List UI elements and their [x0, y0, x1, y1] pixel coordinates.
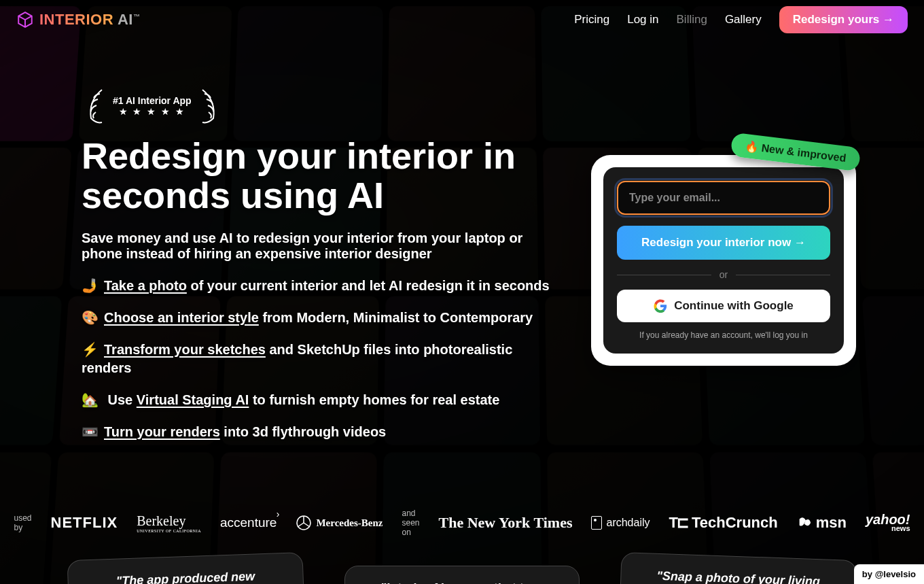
feature-take-photo: 🤳Take a photo of your current interior a… — [82, 277, 557, 295]
award-badge: #1 AI Interior App ★ ★ ★ ★ ★ — [82, 87, 223, 125]
house-icon: 🏡 — [82, 392, 99, 407]
laurel-right-icon — [196, 87, 223, 125]
subheadline: Save money and use AI to redesign your i… — [82, 230, 557, 262]
or-divider: or — [617, 269, 830, 280]
archdaily-icon — [591, 516, 602, 530]
nav-billing[interactable]: Billing — [677, 13, 707, 27]
logo-strip: used by NETFLIX Berkeley UNIVERSITY OF C… — [0, 509, 924, 537]
nav-pricing[interactable]: Pricing — [574, 13, 609, 27]
virtual-staging-link[interactable]: Virtual Staging AI — [137, 392, 249, 407]
turn-renders-link[interactable]: Turn your renders — [104, 424, 220, 439]
brand-archdaily: archdaily — [591, 516, 650, 530]
google-icon — [654, 299, 667, 313]
logo-link[interactable]: INTERIOR AI™ — [16, 11, 140, 29]
brand-accenture: accenture› — [220, 515, 277, 530]
nav-right: Pricing Log in Billing Gallery Redesign … — [574, 6, 908, 33]
brand-netflix: NETFLIX — [51, 514, 118, 532]
fine-print: If you already have an account, we'll lo… — [617, 330, 830, 340]
logo-text: INTERIOR AI™ — [39, 11, 140, 29]
selfie-icon: 🤳 — [82, 278, 99, 293]
palette-icon: 🎨 — [82, 310, 99, 325]
badge-stars: ★ ★ ★ ★ ★ — [113, 106, 192, 117]
mercedes-icon — [296, 515, 312, 531]
nav-gallery[interactable]: Gallery — [725, 13, 762, 27]
top-nav: INTERIOR AI™ Pricing Log in Billing Gall… — [0, 0, 924, 39]
used-by-label: used by — [14, 513, 32, 532]
testimonial-3: "Snap a photo of your living room, — [620, 552, 857, 584]
brand-techcrunch: T⊏ TechCrunch — [669, 514, 778, 532]
credit-link[interactable]: by @levelsio — [854, 564, 924, 584]
feature-choose-style: 🎨Choose an interior style from Modern, M… — [82, 309, 557, 327]
laurel-left-icon — [82, 87, 109, 125]
feature-virtual-staging: 🏡 Use Virtual Staging AI to furnish empt… — [82, 391, 557, 409]
brand-msn: msn — [797, 514, 847, 532]
headline: Redesign your interior in seconds using … — [82, 136, 564, 216]
nav-login[interactable]: Log in — [627, 13, 658, 27]
signup-card: 🔥 New & improved Redesign your interior … — [591, 155, 856, 455]
brand-mercedes: Mercedes-Benz — [296, 515, 383, 531]
badge-title: #1 AI Interior App — [113, 95, 192, 106]
feature-turn-renders: 📼Turn your renders into 3d flythrough vi… — [82, 423, 557, 441]
hero-left: #1 AI Interior App ★ ★ ★ ★ ★ Redesign yo… — [82, 87, 564, 455]
email-input[interactable] — [617, 181, 830, 215]
testimonial-2: "Interior AI, an app that taps — [344, 566, 580, 584]
videotape-icon: 📼 — [82, 424, 99, 439]
brand-berkeley: Berkeley UNIVERSITY OF CALIFORNIA — [137, 513, 201, 533]
brand-nyt: The New York Times — [438, 514, 572, 532]
redesign-now-button[interactable]: Redesign your interior now → — [617, 226, 830, 260]
choose-style-link[interactable]: Choose an interior style — [104, 310, 259, 325]
testimonials: "The app produced new renderings "Interi… — [0, 556, 924, 584]
msn-icon — [797, 515, 812, 530]
lightning-icon: ⚡ — [82, 342, 99, 357]
cube-icon — [16, 11, 34, 29]
continue-google-button[interactable]: Continue with Google — [617, 290, 830, 322]
seen-on-label: and seen on — [402, 509, 419, 537]
techcrunch-icon: T⊏ — [669, 514, 688, 532]
brand-yahoo: yahoo! news — [866, 514, 910, 532]
transform-sketches-link[interactable]: Transform your sketches — [104, 342, 266, 357]
nav-cta-button[interactable]: Redesign yours → — [779, 6, 908, 33]
testimonial-1: "The app produced new renderings — [67, 552, 305, 584]
take-photo-link[interactable]: Take a photo — [104, 278, 187, 293]
feature-transform-sketches: ⚡Transform your sketches and SketchUp fi… — [82, 341, 557, 377]
